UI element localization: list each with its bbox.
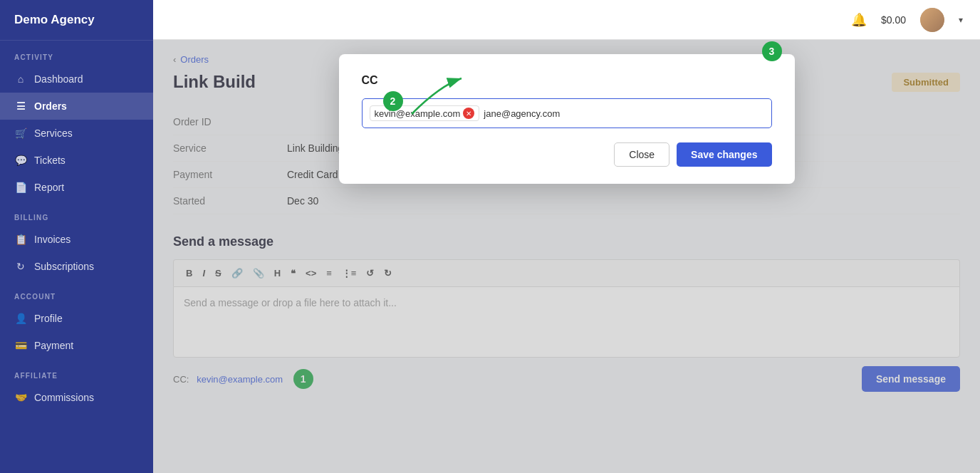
sidebar-item-dashboard[interactable]: ⌂ Dashboard <box>0 66 153 93</box>
sidebar-item-tickets[interactable]: 💬 Tickets <box>0 147 153 174</box>
sidebar-item-report[interactable]: 📄 Report <box>0 174 153 201</box>
services-icon: 🛒 <box>14 127 27 140</box>
sidebar-item-label: Tickets <box>34 155 66 166</box>
chevron-down-icon[interactable]: ▾ <box>959 15 963 25</box>
notifications-bell-icon[interactable]: 🔔 <box>851 12 867 28</box>
sidebar-item-label: Dashboard <box>34 73 83 85</box>
step2-badge: 2 <box>383 91 403 111</box>
sidebar-item-subscriptions[interactable]: ↻ Subscriptions <box>0 253 153 280</box>
page-content: ‹ Orders Link Build Submitted Order ID S… <box>153 40 980 473</box>
modal-actions: Close Save changes <box>362 142 772 167</box>
cc-tag-remove-button[interactable]: ✕ <box>463 108 474 119</box>
avatar[interactable] <box>920 8 944 32</box>
sidebar-item-label: Report <box>34 182 64 193</box>
modal-title: CC <box>362 74 772 87</box>
avatar-image <box>920 8 944 32</box>
sidebar-item-label: Profile <box>34 313 63 324</box>
balance-display: $0.00 <box>881 14 906 26</box>
sidebar: Demo Agency ACTIVITY ⌂ Dashboard ☰ Order… <box>0 0 153 473</box>
section-activity: ACTIVITY <box>0 41 153 66</box>
sidebar-item-label: Services <box>34 128 73 139</box>
report-icon: 📄 <box>14 181 27 194</box>
modal-save-button[interactable]: Save changes <box>677 142 771 167</box>
sidebar-item-label: Subscriptions <box>34 261 94 272</box>
cc-modal: CC kevin@example.com ✕ 2 <box>339 54 795 184</box>
sidebar-item-profile[interactable]: 👤 Profile <box>0 305 153 332</box>
sidebar-item-commissions[interactable]: 🤝 Commissions <box>0 384 153 411</box>
modal-overlay: CC kevin@example.com ✕ 2 <box>153 40 980 473</box>
modal-close-button[interactable]: Close <box>614 142 669 167</box>
sidebar-item-label: Commissions <box>34 392 94 403</box>
sidebar-item-payment[interactable]: 💳 Payment <box>0 332 153 359</box>
tickets-icon: 💬 <box>14 154 27 167</box>
section-billing: BILLING <box>0 201 153 226</box>
sidebar-item-label: Orders <box>34 100 67 112</box>
invoices-icon: 📋 <box>14 233 27 246</box>
brand-logo: Demo Agency <box>0 0 153 41</box>
cc-input-row[interactable]: kevin@example.com ✕ <box>362 98 772 128</box>
step3-badge: 3 <box>762 41 782 61</box>
orders-icon: ☰ <box>14 100 27 113</box>
section-affiliate: AFFILIATE <box>0 359 153 384</box>
commissions-icon: 🤝 <box>14 391 27 404</box>
sidebar-item-orders[interactable]: ☰ Orders <box>0 93 153 120</box>
main-content: 🔔 $0.00 ▾ ‹ Orders Link Build Submitted … <box>153 0 980 473</box>
payment-icon: 💳 <box>14 339 27 352</box>
dashboard-icon: ⌂ <box>14 73 27 85</box>
topbar: 🔔 $0.00 ▾ <box>153 0 980 40</box>
sidebar-item-invoices[interactable]: 📋 Invoices <box>0 226 153 253</box>
cc-text-input[interactable] <box>484 108 763 119</box>
sidebar-item-label: Invoices <box>34 234 71 245</box>
subscriptions-icon: ↻ <box>14 260 27 273</box>
profile-icon: 👤 <box>14 312 27 325</box>
sidebar-item-services[interactable]: 🛒 Services <box>0 120 153 147</box>
section-account: ACCOUNT <box>0 280 153 305</box>
sidebar-item-label: Payment <box>34 340 73 351</box>
